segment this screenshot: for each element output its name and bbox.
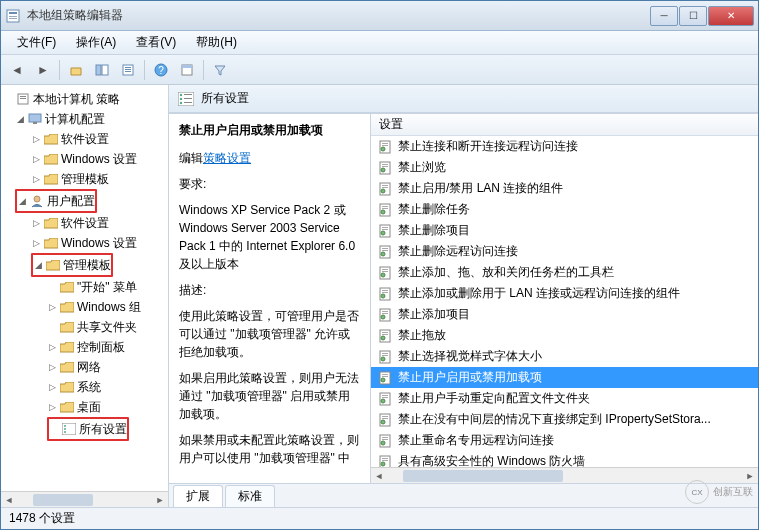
tree-start-menu[interactable]: "开始" 菜单 xyxy=(1,277,168,297)
svg-point-78 xyxy=(381,378,385,382)
show-hide-tree-button[interactable] xyxy=(90,58,114,82)
tab-standard[interactable]: 标准 xyxy=(225,485,275,507)
svg-rect-1 xyxy=(9,12,17,14)
right-pane-header: 所有设置 xyxy=(169,85,758,113)
close-button[interactable]: ✕ xyxy=(708,6,754,26)
svg-rect-32 xyxy=(382,143,388,144)
menu-file[interactable]: 文件(F) xyxy=(7,32,66,53)
list-item[interactable]: 禁止连接和断开连接远程访问连接 xyxy=(371,136,758,157)
svg-point-90 xyxy=(381,441,385,445)
list-item[interactable]: 禁止删除远程访问连接 xyxy=(371,241,758,262)
back-button[interactable]: ◄ xyxy=(5,58,29,82)
svg-rect-72 xyxy=(382,353,388,354)
svg-rect-7 xyxy=(125,67,131,68)
minimize-button[interactable]: ─ xyxy=(650,6,678,26)
up-button[interactable] xyxy=(64,58,88,82)
list-item[interactable]: 禁止拖放 xyxy=(371,325,758,346)
list-item[interactable]: 禁止添加或删除用于 LAN 连接或远程访问连接的组件 xyxy=(371,283,758,304)
list-item-label: 禁止重命名专用远程访问连接 xyxy=(398,432,554,449)
svg-rect-28 xyxy=(184,94,192,95)
svg-rect-73 xyxy=(382,355,388,356)
tree-software-settings[interactable]: ▷ 软件设置 xyxy=(1,129,168,149)
svg-rect-60 xyxy=(382,290,388,291)
tree-label: 桌面 xyxy=(77,399,101,416)
list-item[interactable]: 禁止删除项目 xyxy=(371,220,758,241)
svg-rect-80 xyxy=(382,395,388,396)
tree-desktop[interactable]: ▷ 桌面 xyxy=(1,397,168,417)
tree-windows-settings[interactable]: ▷ Windows 设置 xyxy=(1,149,168,169)
tree-label: 软件设置 xyxy=(61,215,109,232)
svg-rect-88 xyxy=(382,437,388,438)
tree-shared-folders[interactable]: 共享文件夹 xyxy=(1,317,168,337)
window-title: 本地组策略编辑器 xyxy=(27,7,650,24)
tree-admin-templates-user[interactable]: ◢ 管理模板 xyxy=(33,255,111,275)
menu-view[interactable]: 查看(V) xyxy=(126,32,186,53)
svg-rect-81 xyxy=(382,397,388,398)
menu-action[interactable]: 操作(A) xyxy=(66,32,126,53)
list-item[interactable]: 禁止选择视觉样式字体大小 xyxy=(371,346,758,367)
svg-rect-53 xyxy=(382,250,388,251)
list-item-label: 禁止用户启用或禁用加载项 xyxy=(398,369,542,386)
menu-help[interactable]: 帮助(H) xyxy=(186,32,247,53)
tree-windows-components[interactable]: ▷ Windows 组 xyxy=(1,297,168,317)
scroll-right-button[interactable]: ► xyxy=(742,471,758,481)
tab-strip: 扩展 标准 xyxy=(169,483,758,507)
list-item[interactable]: 具有高级安全性的 Windows 防火墙 xyxy=(371,451,758,467)
svg-rect-37 xyxy=(382,166,388,167)
scroll-left-button[interactable]: ◄ xyxy=(1,495,17,505)
svg-point-82 xyxy=(381,399,385,403)
tree-system[interactable]: ▷ 系统 xyxy=(1,377,168,397)
tree-label: "开始" 菜单 xyxy=(77,279,137,296)
scrollbar-thumb[interactable] xyxy=(403,470,563,482)
status-text: 1478 个设置 xyxy=(9,510,75,527)
list-item[interactable]: 禁止用户启用或禁用加载项 xyxy=(371,367,758,388)
tree-software-settings-user[interactable]: ▷ 软件设置 xyxy=(1,213,168,233)
properties-button[interactable] xyxy=(175,58,199,82)
list-item[interactable]: 禁止删除任务 xyxy=(371,199,758,220)
folder-icon xyxy=(59,379,75,395)
tab-extended[interactable]: 扩展 xyxy=(173,485,223,507)
list-column-header[interactable]: 设置 xyxy=(371,114,758,136)
description-label: 描述: xyxy=(179,281,360,299)
tree-computer-config[interactable]: ◢ 计算机配置 xyxy=(1,109,168,129)
list-item[interactable]: 禁止在没有中间层的情况下直接绑定到 IPropertySetStora... xyxy=(371,409,758,430)
tree-control-panel[interactable]: ▷ 控制面板 xyxy=(1,337,168,357)
scroll-left-button[interactable]: ◄ xyxy=(371,471,387,481)
forward-button[interactable]: ► xyxy=(31,58,55,82)
list-item[interactable]: 禁止启用/禁用 LAN 连接的组件 xyxy=(371,178,758,199)
policy-setting-icon xyxy=(377,455,393,468)
toolbar-separator xyxy=(203,60,204,80)
svg-rect-85 xyxy=(382,418,388,419)
help-button[interactable]: ? xyxy=(149,58,173,82)
app-icon xyxy=(5,8,21,24)
filter-button[interactable] xyxy=(208,58,232,82)
svg-point-34 xyxy=(381,147,385,151)
export-list-button[interactable] xyxy=(116,58,140,82)
scrollbar-thumb[interactable] xyxy=(33,494,93,506)
tree-user-config[interactable]: ◢ 用户配置 xyxy=(17,191,95,211)
list-item[interactable]: 禁止重命名专用远程访问连接 xyxy=(371,430,758,451)
svg-rect-48 xyxy=(382,227,388,228)
edit-policy-link[interactable]: 策略设置 xyxy=(203,151,251,165)
scroll-right-button[interactable]: ► xyxy=(152,495,168,505)
svg-rect-40 xyxy=(382,185,388,186)
tree-network[interactable]: ▷ 网络 xyxy=(1,357,168,377)
list-item[interactable]: 禁止浏览 xyxy=(371,157,758,178)
list-item[interactable]: 禁止用户手动重定向配置文件文件夹 xyxy=(371,388,758,409)
tree-windows-settings-user[interactable]: ▷ Windows 设置 xyxy=(1,233,168,253)
collapse-arrow-icon: ◢ xyxy=(35,260,45,270)
svg-rect-64 xyxy=(382,311,388,312)
list-item-label: 禁止启用/禁用 LAN 连接的组件 xyxy=(398,180,563,197)
folder-icon xyxy=(59,339,75,355)
list-item-label: 禁止在没有中间层的情况下直接绑定到 IPropertySetStora... xyxy=(398,411,711,428)
list-item[interactable]: 禁止添加、拖、放和关闭任务栏的工具栏 xyxy=(371,262,758,283)
list-item[interactable]: 禁止添加项目 xyxy=(371,304,758,325)
tree-admin-templates[interactable]: ▷ 管理模板 xyxy=(1,169,168,189)
expand-arrow-icon: ▷ xyxy=(33,238,43,248)
tree-all-settings[interactable]: 所有设置 xyxy=(49,419,127,439)
policy-setting-icon xyxy=(377,203,393,217)
tree-root[interactable]: 本地计算机 策略 xyxy=(1,89,168,109)
svg-rect-5 xyxy=(102,65,108,75)
maximize-button[interactable]: ☐ xyxy=(679,6,707,26)
svg-rect-44 xyxy=(382,206,388,207)
